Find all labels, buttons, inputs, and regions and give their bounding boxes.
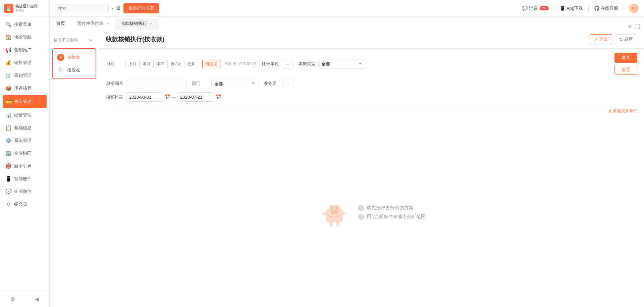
message-item[interactable]: 💬 消息 99+ — [522, 5, 549, 11]
nav-icon-enterprise: 🏢 — [5, 150, 11, 156]
employee-form-item: 业务员 ··· — [264, 79, 294, 88]
service-label: 在线客服 — [601, 5, 618, 11]
verify-date-range: 📅 — 📅 — [126, 92, 221, 102]
tab-home[interactable]: 首页 — [50, 18, 72, 30]
date-tab-custom[interactable]: 自定义 — [202, 60, 220, 68]
message-badge: 99+ — [540, 6, 549, 10]
verify-end-calendar-icon[interactable]: 📅 — [215, 94, 221, 100]
empty-tip-1: 1 请先选择要分析的方案 — [358, 205, 426, 211]
date-label: 日期 — [106, 61, 123, 67]
filter-by-receivable[interactable]: ⏱ 按应收 — [53, 64, 96, 76]
sidebar-item-member[interactable]: V 畅会员 — [0, 198, 49, 211]
page-area: 按以下方查询 » ¥ 按收款 ⏱ 按应收 收款核销执行(按收款) — [50, 30, 644, 307]
partner-dots-btn[interactable]: ··· — [282, 59, 293, 68]
tip-num-2: 2 — [358, 214, 364, 220]
query-btn[interactable]: 查询 — [614, 53, 637, 63]
doc-type-select[interactable]: 全部 收款单 应收单 — [318, 59, 365, 68]
sidebar-item-system[interactable]: ⚙️ 系统管理 — [0, 134, 49, 147]
sidebar-item-marketing[interactable]: 📢 营销推广 — [0, 44, 49, 56]
empty-tips: 1 请先选择要分析的方案 2 用[过滤]条件来缩小分析范围 — [358, 205, 426, 222]
settings-btn[interactable]: 设置 — [614, 65, 637, 75]
collapse-more-btn[interactable]: ⋀ 收起更多条件 — [106, 106, 637, 116]
tab-close-all-icon[interactable]: ✕ — [628, 23, 632, 30]
sidebar-item-purchase[interactable]: 🛒 采购管理 — [0, 69, 49, 82]
sidebar-item-operations[interactable]: 📊 经营管理 — [0, 109, 49, 121]
svg-rect-7 — [329, 221, 333, 226]
user-item[interactable]: Rit — [629, 4, 639, 13]
nav-icon-guide: 🎯 — [5, 163, 11, 169]
date-tab-last7[interactable]: 近7天 — [168, 60, 184, 68]
export-icon: ↗ — [594, 37, 598, 42]
sidebar-logo: 🐰 畅捷通好生意 标准版 — [0, 0, 49, 17]
sidebar-item-sales[interactable]: 💰 销售管理 — [0, 56, 49, 69]
main-content: ▾ ⚙ 体验行业方案 💬 消息 99+ 📱 App下载 🎧 在线客服 Rit — [50, 0, 644, 307]
nav-icon-member: V — [5, 201, 11, 207]
date-range-text: 不限 至 2023-07-26 — [224, 61, 256, 66]
sidebar-item-basic-info[interactable]: 📋 基础信息 — [0, 121, 49, 134]
divider3 — [624, 6, 624, 11]
sidebar-item-guide[interactable]: 🎯 新手引导 — [0, 160, 49, 172]
settings-icon[interactable]: ⚙ — [7, 294, 18, 304]
filter-panel-title: 按以下方查询 » — [50, 34, 99, 48]
app-download-item[interactable]: 📱 App下载 — [560, 5, 583, 11]
sidebar-item-inventory[interactable]: 📦 库存核算 — [0, 82, 49, 95]
sidebar-item-finance[interactable]: 💳 资金管理 — [3, 95, 47, 108]
tab-expand-icon[interactable]: ⛶ — [635, 24, 640, 30]
nav-icon-inventory: 📦 — [5, 85, 11, 91]
collapse-icon[interactable]: ◀ — [32, 294, 42, 304]
dept-select[interactable]: 全部 — [211, 79, 258, 88]
tab-prepay-label: 预付冲应付单 — [77, 20, 103, 27]
nav-label-sales: 销售管理 — [14, 60, 32, 66]
svg-rect-4 — [331, 210, 338, 214]
verify-start-input[interactable] — [126, 92, 163, 102]
tab-prepay[interactable]: 预付冲应付单 × — [72, 18, 115, 30]
doc-type-form-item: 单据类型 全部 收款单 应收单 — [298, 59, 365, 68]
app-icon: 📱 — [560, 6, 565, 11]
doc-num-label: 单据编号 — [106, 81, 123, 87]
refresh-btn[interactable]: ↻ 刷新 — [615, 34, 637, 44]
svg-rect-5 — [323, 212, 327, 215]
employee-dots-btn[interactable]: ··· — [283, 79, 294, 88]
logo-name: 畅捷通好生意 — [15, 4, 38, 8]
query-settings: 查询 设置 — [614, 53, 637, 75]
svg-point-2 — [330, 207, 333, 209]
sidebar-item-wechat[interactable]: 💬 企业微信 — [0, 185, 49, 198]
user-avatar: Rit — [629, 4, 639, 13]
date-tab-more[interactable]: 更多 — [184, 60, 198, 68]
verify-start-calendar-icon[interactable]: 📅 — [164, 94, 170, 100]
sidebar-item-hardware[interactable]: 📱 智能硬件 — [0, 172, 49, 185]
tab-bar: 首页 预付冲应付单 × 收款核销执行 × ✕ ⛶ — [50, 17, 644, 30]
date-tab-prev-month[interactable]: 上月 — [125, 60, 140, 68]
refresh-label: 刷新 — [624, 36, 633, 42]
date-sep: — — [171, 95, 176, 100]
topbar-chevron-icon[interactable]: ▾ — [111, 6, 113, 11]
verify-end-input[interactable] — [177, 92, 214, 102]
tab-prepay-close[interactable]: × — [105, 21, 110, 26]
date-tab-curr-month[interactable]: 本月 — [140, 60, 154, 68]
date-tab-this-year[interactable]: 本年 — [154, 60, 168, 68]
sidebar-item-enterprise[interactable]: 🏢 企业协同 — [0, 147, 49, 160]
doc-num-form-item: 单据编号 — [106, 79, 186, 88]
empty-inner: 1 请先选择要分析的方案 2 用[过滤]条件来缩小分析范围 — [318, 197, 426, 231]
nav-label-quick-nav: 快捷导航 — [14, 34, 32, 40]
topbar-settings-icon[interactable]: ⚙ — [116, 5, 121, 11]
filter-collapse-btn[interactable]: » — [87, 34, 95, 46]
sidebar-item-search[interactable]: 🔍 搜索菜单 — [0, 18, 49, 31]
doc-type-label: 单据类型 — [298, 61, 316, 67]
service-item[interactable]: 🎧 在线客服 — [594, 5, 618, 11]
nav-icon-quick-nav: 🏠 — [5, 34, 11, 40]
svg-point-3 — [336, 207, 338, 209]
doc-num-input[interactable] — [126, 79, 186, 88]
tab-collection-close[interactable]: × — [149, 21, 154, 26]
tab-home-label: 首页 — [56, 20, 65, 27]
sidebar-item-quick-nav[interactable]: 🏠 快捷导航 — [0, 31, 49, 44]
filter-by-receipt[interactable]: ¥ 按收款 — [53, 51, 96, 64]
export-label: 导出 — [599, 36, 608, 42]
topbar-search-input[interactable] — [55, 4, 109, 13]
divider2 — [588, 6, 589, 11]
export-btn[interactable]: ↗ 导出 — [590, 34, 612, 44]
industry-btn[interactable]: 体验行业方案 — [123, 3, 159, 13]
nav-label-wechat: 企业微信 — [14, 189, 32, 195]
tab-collection[interactable]: 收款核销执行 × — [115, 18, 159, 30]
nav-icon-purchase: 🛒 — [5, 72, 11, 79]
